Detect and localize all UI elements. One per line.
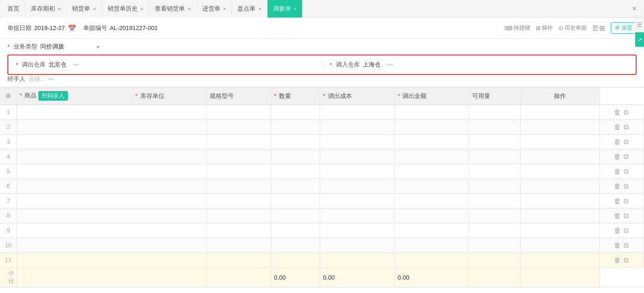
cell-qty[interactable] [320, 223, 395, 238]
cell-qty[interactable] [320, 253, 395, 268]
history-action[interactable]: ⊙ 历史单据 [559, 24, 587, 32]
sidebar-expand-btn[interactable]: ↗ [635, 32, 644, 47]
cell-available[interactable] [521, 149, 600, 164]
copy-icon[interactable]: ⧉ [624, 138, 629, 146]
cell-cost[interactable] [395, 223, 469, 238]
window-close-button[interactable]: × [627, 5, 642, 13]
cell-spec[interactable] [271, 105, 320, 120]
cell-product[interactable] [17, 208, 207, 223]
cell-qty[interactable] [320, 194, 395, 208]
cell-amount[interactable] [469, 149, 521, 164]
warehouse-in-value[interactable]: 上海仓 [363, 61, 381, 69]
person-dots[interactable]: ··· [48, 75, 54, 83]
delete-icon[interactable]: 🗑 [614, 212, 621, 220]
cell-unit[interactable] [207, 238, 271, 253]
cell-amount[interactable] [469, 253, 521, 268]
cell-available[interactable] [521, 253, 600, 268]
person-select[interactable]: 选择... [28, 75, 45, 83]
cell-available[interactable] [521, 238, 600, 253]
sidebar-list-btn[interactable]: ☰ [635, 18, 644, 32]
delete-icon[interactable]: 🗑 [614, 123, 621, 131]
delete-icon[interactable]: 🗑 [614, 108, 621, 116]
operations-action[interactable]: ⊞ 操作 [536, 24, 553, 32]
cell-unit[interactable] [207, 134, 271, 149]
cell-available[interactable] [521, 194, 600, 208]
cell-product[interactable] [17, 120, 207, 134]
cell-spec[interactable] [271, 120, 320, 134]
copy-icon[interactable]: ⧉ [624, 167, 629, 176]
tab-close-purchase-order[interactable]: × [223, 6, 226, 12]
cell-amount[interactable] [469, 164, 521, 179]
cell-amount[interactable] [469, 223, 521, 238]
copy-icon[interactable]: ⧉ [624, 182, 629, 190]
cell-available[interactable] [521, 134, 600, 149]
tab-close-sales-order[interactable]: × [93, 6, 96, 12]
delete-icon[interactable]: 🗑 [614, 197, 621, 205]
copy-icon[interactable]: ⧉ [624, 241, 629, 250]
delete-icon[interactable]: 🗑 [614, 182, 621, 190]
tab-sales-order[interactable]: 销货单 × [67, 0, 102, 18]
cell-product[interactable] [17, 179, 207, 194]
delete-icon[interactable]: 🗑 [614, 167, 621, 175]
cell-product[interactable] [17, 194, 207, 208]
scan-button[interactable]: 扫码录入 [38, 91, 68, 101]
cell-available[interactable] [521, 120, 600, 134]
cell-spec[interactable] [271, 253, 320, 268]
delete-icon[interactable]: 🗑 [614, 256, 621, 264]
copy-icon[interactable]: ⧉ [624, 153, 629, 161]
cell-cost[interactable] [395, 208, 469, 223]
cell-spec[interactable] [271, 164, 320, 179]
cell-available[interactable] [521, 105, 600, 120]
cell-amount[interactable] [469, 238, 521, 253]
chevron-down-icon[interactable]: ▾ [97, 43, 100, 50]
cell-qty[interactable] [320, 238, 395, 253]
cell-available[interactable] [521, 164, 600, 179]
cell-cost[interactable] [395, 134, 469, 149]
tab-close-view-sales[interactable]: × [188, 6, 190, 12]
cell-amount[interactable] [469, 134, 521, 149]
tab-sales-history[interactable]: 销货单历史 × [102, 0, 149, 18]
cell-unit[interactable] [207, 253, 271, 268]
cell-amount[interactable] [469, 179, 521, 194]
cell-unit[interactable] [207, 208, 271, 223]
copy-icon[interactable]: ⧉ [624, 226, 629, 235]
cell-unit[interactable] [207, 105, 271, 120]
cell-available[interactable] [521, 208, 600, 223]
tab-close-transfer-order[interactable]: × [294, 6, 297, 12]
cell-unit[interactable] [207, 164, 271, 179]
cell-unit[interactable] [207, 179, 271, 194]
cell-qty[interactable] [320, 208, 395, 223]
list-icon[interactable]: ☰ [592, 24, 598, 32]
tab-view-sales[interactable]: 查看销货单 × [149, 0, 196, 18]
cell-available[interactable] [521, 179, 600, 194]
cell-product[interactable] [17, 238, 207, 253]
delete-icon[interactable]: 🗑 [614, 138, 621, 146]
cell-unit[interactable] [207, 223, 271, 238]
cell-cost[interactable] [395, 194, 469, 208]
copy-icon[interactable]: ⧉ [624, 256, 629, 264]
cell-available[interactable] [521, 223, 600, 238]
delete-icon[interactable]: 🗑 [614, 241, 621, 249]
cell-amount[interactable] [469, 194, 521, 208]
copy-icon[interactable]: ⧉ [624, 108, 629, 116]
business-type-value[interactable]: 同价调拨 [40, 43, 94, 51]
cell-unit[interactable] [207, 120, 271, 134]
cell-cost[interactable] [395, 120, 469, 134]
copy-icon[interactable]: ⧉ [624, 212, 629, 220]
cell-spec[interactable] [271, 208, 320, 223]
tab-close-sales-history[interactable]: × [140, 6, 143, 12]
tab-purchase-order[interactable]: 进货单 × [197, 0, 232, 18]
cell-spec[interactable] [271, 223, 320, 238]
cell-amount[interactable] [469, 120, 521, 134]
cell-qty[interactable] [320, 105, 395, 120]
delete-icon[interactable]: 🗑 [614, 153, 621, 160]
cell-cost[interactable] [395, 149, 469, 164]
cell-product[interactable] [17, 253, 207, 268]
cell-amount[interactable] [469, 208, 521, 223]
settings-button[interactable]: ⚙ 设置 [611, 22, 637, 34]
cell-spec[interactable] [271, 179, 320, 194]
cell-product[interactable] [17, 164, 207, 179]
cell-cost[interactable] [395, 105, 469, 120]
cell-product[interactable] [17, 134, 207, 149]
tab-transfer-order[interactable]: 调拨单 × [267, 0, 303, 18]
